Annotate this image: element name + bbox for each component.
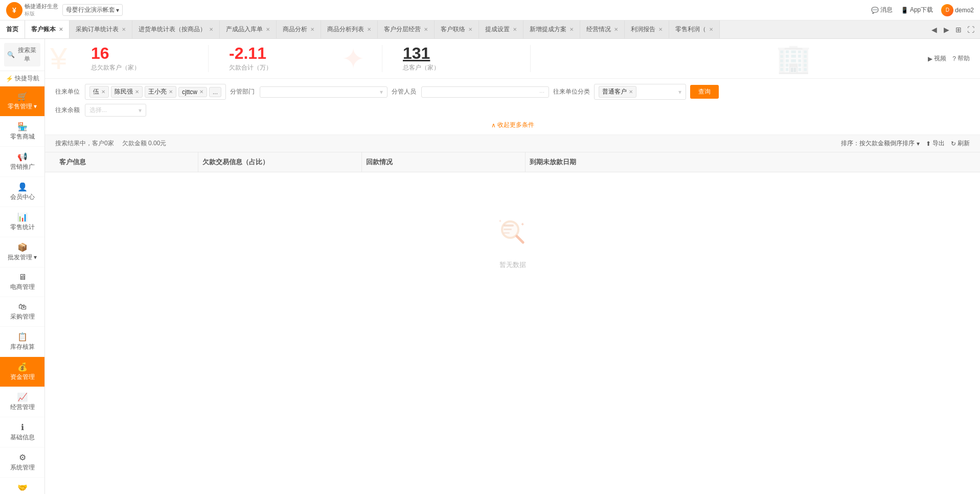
help-btn[interactable]: ? 帮助 xyxy=(952,54,970,63)
sort-arrow-icon: ▾ xyxy=(917,140,920,147)
tab-product-analysis-list[interactable]: 商品分析列表 ✕ xyxy=(321,20,378,39)
close-tab-product-analysis[interactable]: ✕ xyxy=(310,27,314,32)
sidebar-item-system[interactable]: ⚙ 系统管理 xyxy=(0,447,44,478)
svg-rect-5 xyxy=(504,232,510,234)
svg-text:✦: ✦ xyxy=(498,219,502,223)
total-customers-label: 总欠款客户（家） xyxy=(91,63,140,72)
sidebar-item-inventory[interactable]: 📋 库存核算 xyxy=(0,327,44,357)
tab-customer-seg[interactable]: 客户分层经营 ✕ xyxy=(378,20,435,39)
inventory-icon: 📋 xyxy=(3,332,41,342)
tab-product-inbound[interactable]: 产成品入库单 ✕ xyxy=(220,20,277,39)
sidebar-item-basic-info[interactable]: ℹ 基础信息 xyxy=(0,417,44,447)
sidebar-item-retail[interactable]: 🛒 零售管理 ▾ xyxy=(0,86,44,117)
shop-icon: 🏪 xyxy=(3,122,41,131)
close-tab-product-analysis-list[interactable]: ✕ xyxy=(367,27,371,32)
sidebar-item-operations-mgr[interactable]: 📈 经营管理 xyxy=(0,387,44,417)
remove-tag-cjttcw[interactable]: ✕ xyxy=(199,89,203,95)
tab-purchase-order-stats[interactable]: 采购订单统计表 ✕ xyxy=(70,20,132,39)
sidebar-item-retail-shop[interactable]: 🏪 零售商城 xyxy=(0,117,44,147)
user-avatar[interactable]: D demo2 xyxy=(941,4,974,16)
close-tab-operations[interactable]: ✕ xyxy=(614,27,618,32)
close-tab-customer-seg[interactable]: ✕ xyxy=(424,27,428,32)
sidebar-item-retail-stats[interactable]: 📊 零售统计 xyxy=(0,207,44,237)
remove-tag-chen[interactable]: ✕ xyxy=(135,89,139,95)
close-tab-incoming-stats[interactable]: ✕ xyxy=(209,27,213,32)
sidebar-item-wholesale[interactable]: 📦 批发管理 ▾ xyxy=(0,237,44,267)
chevron-down-icon: ▾ xyxy=(34,103,37,110)
stats-bg-icon-mid: ✦ xyxy=(341,42,365,75)
close-tab-remind-settings[interactable]: ✕ xyxy=(513,27,517,32)
video-btn[interactable]: ▶ 视频 xyxy=(928,54,946,63)
sidebar-item-enterprise-collab[interactable]: 🤝 企业协同 xyxy=(0,478,44,494)
tag-wangxiaoliang: 王小亮 ✕ xyxy=(145,86,176,98)
close-tab-new-plan[interactable]: ✕ xyxy=(569,27,574,32)
sidebar-item-member[interactable]: 👤 会员中心 xyxy=(0,177,44,207)
total-customers2-label: 总客户（家） xyxy=(403,63,440,72)
logo-sub: 标版 xyxy=(25,10,58,17)
nav-expand[interactable]: ⊞ xyxy=(953,25,964,35)
close-tab-retail-profit[interactable]: ✕ xyxy=(709,27,713,32)
remove-tag-wang[interactable]: ✕ xyxy=(169,89,173,95)
table-area: 搜索结果中，客户0家 欠款金额 0.00元 排序：按欠款金额倒序排序 ▾ ⬆ 导… xyxy=(45,135,980,494)
export-icon: ⬆ xyxy=(926,140,931,147)
stats-actions: ▶ 视频 ? 帮助 xyxy=(928,54,970,63)
app-download-btn[interactable]: 📱 App下载 xyxy=(901,6,933,14)
tab-operations[interactable]: 经营情况 ✕ xyxy=(580,20,625,39)
toolbar-actions: 排序：按欠款金额倒序排序 ▾ ⬆ 导出 ↻ 刷新 xyxy=(841,139,970,148)
tab-home[interactable]: 首页 xyxy=(0,20,25,39)
manager-select[interactable]: ··· xyxy=(421,86,549,98)
balance-select[interactable]: 选择... ▾ xyxy=(85,104,146,117)
close-tab-purchase-order-stats[interactable]: ✕ xyxy=(122,27,126,32)
sidebar-item-finance[interactable]: 💰 资金管理 xyxy=(0,357,44,387)
sidebar-search-area: 🔍 搜索菜单 xyxy=(0,39,44,71)
department-select[interactable]: ▾ xyxy=(260,86,388,98)
close-tab-profit-report[interactable]: ✕ xyxy=(658,27,663,32)
tab-remind-settings[interactable]: 提成设置 ✕ xyxy=(479,20,523,39)
tab-new-plan[interactable]: 新增提成方案 ✕ xyxy=(523,20,580,39)
sidebar-item-marketing[interactable]: 📢 营销推广 xyxy=(0,147,44,177)
avatar: D xyxy=(941,4,953,16)
messages-btn[interactable]: 💬 消息 xyxy=(871,6,893,14)
basic-icon: ℹ xyxy=(3,422,41,432)
nav-fullscreen[interactable]: ⛶ xyxy=(966,25,976,35)
close-tab-customer-book[interactable]: ✕ xyxy=(59,27,63,32)
collapse-btn[interactable]: ∧ 收起更多条件 xyxy=(491,121,534,129)
remove-tag-normal-customer[interactable]: ✕ xyxy=(629,89,633,95)
close-tab-product-inbound[interactable]: ✕ xyxy=(266,27,270,32)
nav-scroll-right[interactable]: ▶ xyxy=(941,25,951,35)
tab-retail-profit[interactable]: 零售利润（ ✕ xyxy=(669,20,720,39)
tab-customer-contact[interactable]: 客户联络 ✕ xyxy=(435,20,479,39)
sidebar-item-ecommerce[interactable]: 🖥 电商管理 xyxy=(0,267,44,297)
close-tab-customer-contact[interactable]: ✕ xyxy=(468,27,472,32)
account-dropdown[interactable]: 母婴行业演示帐套 ▾ xyxy=(62,4,123,16)
search-menu-btn[interactable]: 🔍 搜索菜单 xyxy=(4,43,40,66)
department-label: 分管部门 xyxy=(230,87,256,96)
finance-icon: 💰 xyxy=(3,362,41,372)
logo-text: 畅捷通好生意 xyxy=(25,3,58,10)
company-input-tags[interactable]: 伍 ✕ 陈民强 ✕ 王小亮 ✕ cjttcw ✕ ... xyxy=(85,84,226,100)
ecommerce-icon: 🖥 xyxy=(3,273,41,282)
sort-label: 排序：按欠款金额倒序排序 xyxy=(841,139,915,148)
chevron-down-icon-wholesale: ▾ xyxy=(34,254,37,261)
filter-bar: 往来单位 伍 ✕ 陈民强 ✕ 王小亮 ✕ cjttcw xyxy=(45,79,980,135)
sort-selector[interactable]: 排序：按欠款金额倒序排序 ▾ xyxy=(841,139,920,148)
balance-dropdown-arrow: ▾ xyxy=(139,107,142,114)
more-tags-btn[interactable]: ... xyxy=(209,87,221,97)
sidebar-item-purchase[interactable]: 🛍 采购管理 xyxy=(0,297,44,327)
debt-total-label: 欠款合计（万） xyxy=(229,63,272,72)
nav-scroll-left[interactable]: ◀ xyxy=(929,25,939,35)
tag-wu: 伍 ✕ xyxy=(89,86,109,98)
query-button[interactable]: 查询 xyxy=(690,85,719,99)
message-icon: 💬 xyxy=(871,7,879,14)
sidebar-quick-nav[interactable]: ⚡ 快捷导航 xyxy=(0,71,44,86)
stats-bar: ¥ 16 总欠款客户（家） ✦ -2.11 欠款合计（万） 🏢 131 总客户（… xyxy=(45,39,980,79)
tab-profit-report[interactable]: 利润报告 ✕ xyxy=(625,20,669,39)
tab-customer-book[interactable]: 客户账本 ✕ xyxy=(25,20,70,39)
tab-incoming-stats[interactable]: 进货单统计表（按商品） ✕ xyxy=(132,20,220,39)
remove-tag-wu[interactable]: ✕ xyxy=(101,89,105,95)
manager-label: 分管人员 xyxy=(392,87,417,96)
tab-product-analysis[interactable]: 商品分析 ✕ xyxy=(277,20,321,39)
category-input-tags[interactable]: 普通客户 ✕ ▾ xyxy=(594,84,686,100)
refresh-btn[interactable]: ↻ 刷新 xyxy=(951,139,970,148)
export-btn[interactable]: ⬆ 导出 xyxy=(926,139,945,148)
